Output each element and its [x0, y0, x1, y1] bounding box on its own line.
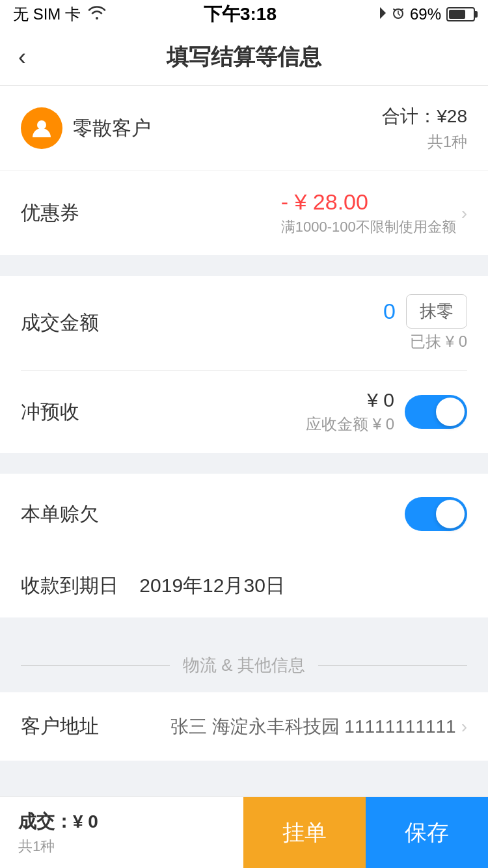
credit-toggle[interactable]: [405, 497, 467, 531]
divider-line-right: [318, 665, 467, 666]
rounded-sub-text: 已抹 ¥ 0: [383, 331, 467, 352]
prepay-row: 冲预收 ¥ 0 应收金额 ¥ 0: [21, 371, 467, 453]
coupon-discount: - ¥ 28.00: [281, 189, 456, 215]
bottom-transaction-label: 成交：¥ 0: [18, 809, 225, 834]
coupon-right: - ¥ 28.00 满1000-100不限制使用金额 ›: [281, 189, 467, 237]
address-chevron-icon: ›: [461, 716, 467, 737]
separator-1: [0, 265, 488, 276]
prepay-toggle[interactable]: [405, 395, 467, 429]
toggle-circle: [436, 398, 465, 426]
total-label: 合计：¥28: [382, 104, 467, 129]
due-date-label: 收款到期日: [21, 575, 118, 596]
status-left: 无 SIM 卡: [13, 4, 107, 25]
customer-row: 零散客户 合计：¥28 共1种: [0, 86, 488, 170]
page-title: 填写结算等信息: [167, 42, 321, 72]
due-date-value: 2019年12月30日: [139, 575, 284, 596]
prepay-label: 冲预收: [21, 399, 79, 426]
nav-bar: ‹ 填写结算等信息: [0, 29, 488, 86]
credit-label: 本单赊欠: [21, 501, 99, 528]
battery-percentage: 69%: [410, 5, 441, 23]
prepay-sub-amount: 应收金额 ¥ 0: [306, 414, 394, 435]
transaction-section: 成交金额 0 抹零 已抹 ¥ 0 冲预收 ¥ 0 应收金额 ¥ 0: [0, 276, 488, 453]
credit-toggle-circle: [436, 500, 465, 528]
prepay-main-amount: ¥ 0: [306, 389, 394, 411]
prepay-right: ¥ 0 应收金额 ¥ 0: [306, 389, 467, 435]
separator-2: [0, 463, 488, 474]
alarm-icon: [392, 5, 405, 23]
transaction-prefix: 成交：: [18, 811, 73, 832]
transaction-right: 0 抹零: [383, 294, 467, 329]
status-time: 下午3:18: [204, 2, 277, 27]
coupon-row[interactable]: 优惠券 - ¥ 28.00 满1000-100不限制使用金额 ›: [0, 170, 488, 255]
customer-card: 零散客户 合计：¥28 共1种 优惠券 - ¥ 28.00 满1000-100不…: [0, 86, 488, 255]
coupon-desc: 满1000-100不限制使用金额: [281, 217, 456, 237]
logistics-divider: 物流 & 其他信息: [0, 638, 488, 692]
address-label: 客户地址: [21, 713, 99, 740]
total-count: 共1种: [382, 131, 467, 152]
no-sim-text: 无 SIM 卡: [13, 4, 81, 25]
divider-line-left: [21, 665, 170, 666]
bottom-count: 共1种: [18, 837, 225, 856]
separator-3: [0, 628, 488, 638]
save-button[interactable]: 保存: [366, 797, 488, 869]
coupon-label: 优惠券: [21, 200, 79, 226]
transaction-amount-row: 成交金额 0 抹零 已抹 ¥ 0: [21, 276, 467, 371]
round-off-button[interactable]: 抹零: [406, 294, 467, 329]
status-right: 69%: [373, 5, 475, 23]
pending-button[interactable]: 挂单: [243, 797, 366, 869]
due-date-row: 收款到期日 2019年12月30日: [0, 554, 488, 617]
customer-right: 合计：¥28 共1种: [382, 104, 467, 152]
credit-section: 本单赊欠 收款到期日 2019年12月30日: [0, 474, 488, 617]
transaction-label: 成交金额: [21, 310, 99, 336]
location-icon: [373, 5, 386, 23]
bottom-summary: 成交：¥ 0 共1种: [0, 809, 243, 856]
back-button[interactable]: ‹: [18, 44, 26, 71]
transaction-value: 0: [383, 299, 396, 324]
content: 零散客户 合计：¥28 共1种 优惠券 - ¥ 28.00 满1000-100不…: [0, 86, 488, 868]
credit-row: 本单赊欠: [0, 474, 488, 554]
bottom-bar: 成交：¥ 0 共1种 挂单 保存: [0, 796, 488, 868]
customer-name: 零散客户: [73, 115, 151, 142]
customer-avatar: [21, 107, 62, 149]
wifi-icon: [87, 5, 107, 23]
address-value: 张三 海淀永丰科技园 11111111111: [120, 714, 456, 739]
logistics-label: 物流 & 其他信息: [170, 654, 318, 677]
prepay-amounts: ¥ 0 应收金额 ¥ 0: [306, 389, 394, 435]
battery-icon: [446, 7, 475, 21]
svg-point-1: [37, 120, 46, 129]
bottom-amount: ¥ 0: [73, 811, 98, 832]
coupon-chevron-icon: ›: [461, 203, 467, 224]
customer-left: 零散客户: [21, 107, 151, 149]
address-row[interactable]: 客户地址 张三 海淀永丰科技园 11111111111 ›: [0, 692, 488, 761]
status-bar: 无 SIM 卡 下午3:18 69%: [0, 0, 488, 29]
